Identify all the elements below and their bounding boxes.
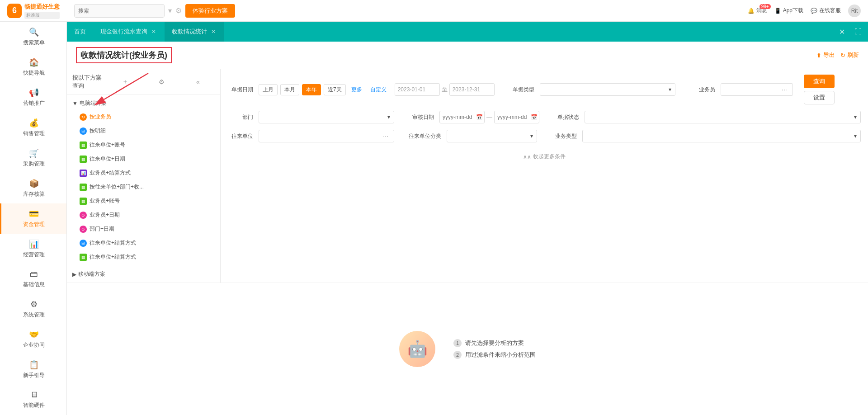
- sidebar-item-marketing[interactable]: 📢 营销推广: [0, 82, 66, 113]
- tab-receipts[interactable]: 收款情况统计 ✕: [165, 22, 224, 42]
- scheme-item-by-partner-dept[interactable]: ▦ 按往来单位+部门+收...: [67, 180, 220, 194]
- expand-icon: ▼: [72, 100, 78, 107]
- scheme-item-by-dept-date[interactable]: ⊙ 部门+日期: [67, 222, 220, 236]
- app-download-button[interactable]: 📱 App下载: [774, 7, 803, 14]
- settings-button[interactable]: 设置: [804, 91, 835, 104]
- scheme-item-by-sp-account[interactable]: ▦ 业务员+账号: [67, 194, 220, 208]
- messages-button[interactable]: 🔔 消息 99+: [748, 7, 767, 14]
- bill-type-label: 单据类型: [509, 86, 534, 94]
- scheme-item-by-detail[interactable]: ⊞ 按明细: [67, 124, 220, 138]
- sidebar-item-search[interactable]: 🔍 搜索菜单: [0, 22, 66, 52]
- date-shortcut-this-year[interactable]: 本年: [302, 84, 321, 95]
- filter-btn-group: 查询 设置: [804, 75, 835, 104]
- tab-close-all-btn[interactable]: ✕: [835, 25, 848, 38]
- sidebar-item-base[interactable]: 🗃 基础信息: [0, 264, 66, 294]
- date-shortcut-this-month[interactable]: 本月: [280, 84, 299, 95]
- tab-home[interactable]: 首页: [67, 22, 93, 42]
- header-right: 🔔 消息 99+ 📱 App下载 💬 在线客服 Rit: [748, 5, 861, 17]
- tab-bank-label: 现金银行流水查询: [100, 28, 147, 36]
- scheme-icon-sp-settlement: 📊: [80, 170, 87, 177]
- query-button[interactable]: 查询: [804, 75, 835, 88]
- review-date-separator: —: [486, 114, 492, 121]
- app-name: 畅捷通好生意: [24, 3, 60, 11]
- date-shortcut-last-month[interactable]: 上月: [259, 84, 278, 95]
- date-shortcut-group: 上月 本月 本年 近7天 更多 自定义: [259, 84, 389, 95]
- dropdown-icon[interactable]: ▾: [168, 6, 172, 15]
- sidebar-item-finance[interactable]: 💳 资金管理: [0, 203, 66, 234]
- partner-category-select[interactable]: ▾: [447, 130, 537, 142]
- scheme-item-by-salesperson[interactable]: ⟲ 按业务员: [67, 110, 220, 124]
- scheme-icon-dept-date: ⊙: [80, 226, 87, 233]
- dept-select[interactable]: ▾: [259, 111, 394, 123]
- date-more-btn[interactable]: 更多: [349, 85, 365, 95]
- more-dots-salesperson[interactable]: ···: [780, 86, 789, 93]
- user-avatar[interactable]: Rit: [848, 5, 861, 17]
- partner-category-label: 往来单位分类: [409, 132, 441, 140]
- scheme-icon-detail: ⊞: [80, 127, 87, 135]
- bill-status-select[interactable]: ▾: [585, 111, 861, 123]
- settings-icon[interactable]: ⚙: [175, 6, 182, 15]
- sidebar-item-nav[interactable]: 🏠 快捷导航: [0, 52, 66, 82]
- scheme-group-mobile-title[interactable]: ▶ 移动端方案: [67, 268, 220, 281]
- date-separator: 至: [442, 85, 448, 94]
- page-content: 收款情况统计(按业务员) ⬆ 导出 ↻ 刷新 按以下方: [67, 42, 868, 415]
- empty-state: 🤖 1 请先选择要分析的方案 2 用过滤条件来缩小分析范围: [67, 283, 868, 415]
- scheme-item-by-partner-settlement1[interactable]: ⊞ 往来单位+结算方式: [67, 236, 220, 250]
- sidebar-item-sales[interactable]: 💰 销售管理: [0, 113, 66, 143]
- app-download-label: App下载: [783, 7, 803, 14]
- scheme-item-by-partner-settlement2[interactable]: ▦ 往来单位+结算方式: [67, 250, 220, 264]
- date-shortcut-7days[interactable]: 近7天: [324, 84, 346, 95]
- review-date-range: 📅 — 📅: [439, 111, 539, 123]
- refresh-button[interactable]: ↻ 刷新: [840, 51, 859, 59]
- business-type-select[interactable]: ▾: [582, 130, 861, 142]
- scheme-icon-sp-account: ▦: [80, 198, 87, 205]
- sidebar-label-base: 基础信息: [23, 281, 45, 288]
- date-end-input[interactable]: [449, 83, 495, 96]
- search-input[interactable]: [74, 4, 165, 18]
- partner-label: 往来单位: [228, 132, 253, 140]
- salesperson-select[interactable]: ···: [721, 83, 793, 96]
- date-start-input[interactable]: [395, 83, 440, 96]
- sidebar-item-operations[interactable]: 📊 经营管理: [0, 234, 66, 264]
- calendar-icon-end: 📅: [531, 114, 538, 120]
- sidebar-item-guide[interactable]: 📋 新手引导: [0, 354, 66, 385]
- empty-tip-2: 2 用过滤条件来缩小分析范围: [453, 351, 536, 359]
- scheme-item-by-salesperson-settlement[interactable]: 📊 业务员+结算方式: [67, 166, 220, 180]
- sidebar-item-inventory[interactable]: 📦 库存核算: [0, 173, 66, 203]
- scheme-add-btn[interactable]: ＋: [108, 77, 142, 87]
- page-actions: ⬆ 导出 ↻ 刷新: [816, 51, 859, 59]
- scheme-item-by-sp-date[interactable]: ⊙ 业务员+日期: [67, 208, 220, 222]
- online-service-button[interactable]: 💬 在线客服: [811, 7, 841, 14]
- sidebar-item-enterprise[interactable]: 🤝 企业协同: [0, 324, 66, 354]
- filter-row-1: 单据日期 上月 本月 本年 近7天 更多 自定义 至: [228, 75, 861, 104]
- system-icon: ⚙: [30, 299, 38, 309]
- scheme-item-by-partner-date[interactable]: ▦ 往来单位+日期: [67, 152, 220, 166]
- date-custom-btn[interactable]: 自定义: [368, 85, 389, 95]
- sidebar-label-purchase: 采购管理: [23, 160, 45, 168]
- export-icon: ⬆: [816, 52, 821, 59]
- scheme-group-desktop-title[interactable]: ▼ 电脑端方案: [67, 97, 220, 110]
- scheme-item-by-partner-account[interactable]: ▦ 往来单位+账号: [67, 138, 220, 152]
- operations-icon: 📊: [29, 239, 39, 249]
- sidebar-item-purchase[interactable]: 🛒 采购管理: [0, 143, 66, 173]
- tab-maximize-btn[interactable]: ⛶: [852, 25, 864, 38]
- scheme-icon-ps1: ⊞: [80, 240, 87, 247]
- sidebar-item-system[interactable]: ⚙ 系统管理: [0, 294, 66, 324]
- partner-select[interactable]: ···: [259, 130, 394, 142]
- bill-type-select[interactable]: ▾: [540, 83, 675, 96]
- collapse-bar[interactable]: ∧∧ 收起更多条件: [228, 149, 861, 164]
- scheme-icon-ps2: ▦: [80, 254, 87, 261]
- purchase-icon: 🛒: [29, 148, 39, 158]
- bell-icon: 🔔: [748, 8, 755, 14]
- tab-receipts-close[interactable]: ✕: [210, 28, 217, 35]
- tab-bank-close[interactable]: ✕: [150, 28, 157, 35]
- tab-bank[interactable]: 现金银行流水查询 ✕: [93, 22, 165, 42]
- scheme-collapse-btn[interactable]: «: [181, 77, 215, 87]
- export-button[interactable]: ⬆ 导出: [816, 51, 835, 59]
- scheme-settings-btn[interactable]: ⚙: [145, 77, 179, 87]
- sidebar-label-inventory: 库存核算: [23, 190, 45, 198]
- sidebar-item-hardware[interactable]: 🖥 智能硬件: [0, 385, 66, 415]
- more-dots-partner[interactable]: ···: [381, 132, 390, 140]
- sidebar-label-enterprise: 企业协同: [23, 341, 45, 349]
- trial-button[interactable]: 体验行业方案: [185, 4, 235, 18]
